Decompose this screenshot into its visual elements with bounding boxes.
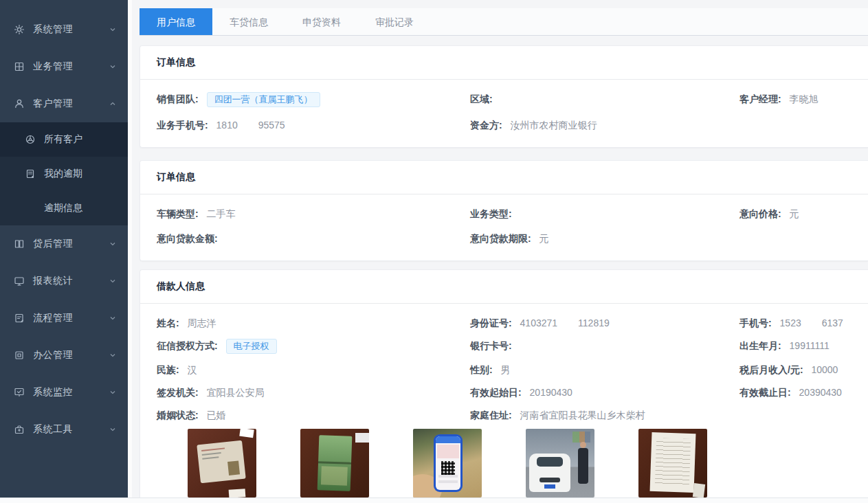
field-label: 意向贷款金额: <box>157 233 218 244</box>
chevron-down-icon <box>109 240 117 248</box>
field-label: 区域: <box>470 93 493 104</box>
field-credit-auth-method: 征信授权方式: 电子授权 <box>157 339 470 354</box>
thumbnail-village-certificate[interactable] <box>638 429 707 498</box>
thumbnail-id-card[interactable] <box>188 429 256 498</box>
field-value: 男 <box>501 364 511 375</box>
tab-loan-application-docs[interactable]: 申贷资料 <box>285 8 358 35</box>
field-label: 车辆类型: <box>157 208 199 219</box>
field-label: 签发机关: <box>157 387 199 398</box>
chevron-down-icon <box>109 425 117 434</box>
detail-tabbar: 用户信息 车贷信息 申贷资料 审批记录 <box>140 8 868 36</box>
field-label: 意向贷款期限: <box>470 233 531 244</box>
thumbnail-item: 驾驶证照片 <box>300 429 369 503</box>
field-funder: 资金方: 汝州市农村商业银行 <box>470 118 739 132</box>
field-intent-loan-amount: 意向贷款金额: <box>157 232 470 245</box>
field-label: 资金方: <box>470 120 502 131</box>
field-label: 有效起始日: <box>470 387 522 398</box>
thumbnail-driver-license[interactable] <box>300 429 369 498</box>
chevron-down-icon <box>109 277 117 285</box>
sidebar-item-business-mgmt[interactable]: 业务管理 <box>0 48 128 85</box>
sidebar-item-process-mgmt[interactable]: 流程管理 <box>0 300 128 337</box>
credit-auth-tag[interactable]: 电子授权 <box>226 339 277 354</box>
chevron-up-icon <box>109 100 117 108</box>
tab-approval-records[interactable]: 审批记录 <box>358 8 431 35</box>
sidebar-item-customer-mgmt[interactable]: 客户管理 <box>0 85 128 122</box>
main-content: 用户信息 车贷信息 申贷资料 审批记录 订单信息 销售团队: 四团一营（直属王鹏… <box>132 0 868 503</box>
sales-team-tag[interactable]: 四团一营（直属王鹏飞） <box>207 92 320 107</box>
sidebar-item-system-monitor[interactable]: 系统监控 <box>0 374 128 411</box>
field-value: 李晓旭 <box>790 93 819 104</box>
field-label: 性别: <box>470 364 493 375</box>
field-label: 身份证号: <box>470 317 512 328</box>
gear-icon <box>14 24 25 35</box>
card-title: 订单信息 <box>140 161 868 194</box>
sidebar-item-overdue-info[interactable]: 逾期信息 <box>0 191 128 225</box>
sidebar-item-postloan-mgmt[interactable]: 贷后管理 <box>0 225 128 262</box>
field-value: 已婚 <box>207 410 226 421</box>
field-label: 业务类型: <box>470 208 512 219</box>
chevron-down-icon <box>109 25 117 34</box>
sidebar-item-system-mgmt[interactable]: 系统管理 <box>0 11 128 48</box>
field-intent-loan-term: 意向贷款期限: 元 <box>470 232 739 245</box>
sidebar-item-office-mgmt[interactable]: 办公管理 <box>0 337 128 374</box>
field-ethnicity: 民族: 汉 <box>157 363 470 377</box>
field-id-number: 身份证号: 4103271112819 <box>470 316 739 330</box>
person-graphic <box>578 448 588 484</box>
customer-mgmt-submenu: 所有客户 我的逾期 逾期信息 <box>0 122 128 225</box>
field-sales-team: 销售团队: 四团一营（直属王鹏飞） <box>157 92 470 107</box>
sidebar-item-label: 办公管理 <box>33 349 73 361</box>
sidebar-item-label: 报表统计 <box>33 275 73 287</box>
chevron-down-icon <box>109 351 117 359</box>
field-account-manager: 客户经理: 李晓旭 <box>739 92 852 107</box>
thumbnail-credit-auth[interactable] <box>413 429 482 498</box>
sidebar-item-label: 我的逾期 <box>44 168 82 180</box>
horizontal-scrollbar[interactable] <box>0 498 868 503</box>
field-value: 元 <box>790 208 799 219</box>
tab-user-info[interactable]: 用户信息 <box>140 8 212 35</box>
field-birth-date: 出生年月: 19911111 <box>739 339 852 354</box>
field-intent-price: 意向价格: 元 <box>739 207 852 221</box>
thumbnail-person-car[interactable] <box>526 429 594 498</box>
field-label: 出生年月: <box>739 340 781 351</box>
thumbnail-item: 本人照 <box>188 429 256 503</box>
background-graphic <box>572 432 590 443</box>
field-label: 有效截止日: <box>739 387 791 398</box>
field-value: 周志洋 <box>188 317 216 328</box>
field-label: 姓名: <box>157 317 179 328</box>
paper-slip-graphic <box>693 483 705 498</box>
sidebar-item-label: 系统监控 <box>33 386 73 399</box>
sidebar-item-label: 客户管理 <box>33 98 73 110</box>
sidebar-item-my-overdue[interactable]: 我的逾期 <box>0 157 128 191</box>
field-mobile-phone: 手机号: 15236137 <box>739 316 852 330</box>
tab-car-loan-info[interactable]: 车贷信息 <box>212 8 285 35</box>
field-label: 手机号: <box>739 317 772 328</box>
sidebar-item-label: 所有客户 <box>44 133 82 146</box>
field-label: 民族: <box>157 364 179 375</box>
sidebar-item-report-stats[interactable]: 报表统计 <box>0 262 128 300</box>
sidebar-item-label: 系统工具 <box>33 423 73 436</box>
field-valid-to: 有效截止日: 20390430 <box>739 385 852 399</box>
field-home-address: 家庭住址: 河南省宜阳县花果山乡木柴村 <box>470 408 739 422</box>
thumbnail-item: 征信授权 <box>413 429 482 503</box>
paper-slip-graphic <box>355 433 369 443</box>
sidebar-scrollbar-gutter <box>128 0 132 503</box>
sidebar-item-system-tools[interactable]: 系统工具 <box>0 411 128 448</box>
paper-slip-graphic <box>229 489 246 498</box>
field-label: 征信授权方式: <box>157 340 218 351</box>
field-label: 银行卡号: <box>470 340 512 351</box>
person-graphic <box>580 442 586 448</box>
document-paper-graphic <box>650 432 696 493</box>
field-gender: 性别: 男 <box>470 363 739 377</box>
chevron-down-icon <box>109 63 117 71</box>
car-graphic <box>529 454 570 492</box>
field-label: 业务手机号: <box>157 120 208 131</box>
sidebar-item-label: 贷后管理 <box>33 238 73 250</box>
field-value: 20190430 <box>530 387 572 398</box>
field-valid-from: 有效起始日: 20190430 <box>470 385 739 399</box>
field-value: 10000 <box>811 364 838 375</box>
field-marital-status: 婚姻状态: 已婚 <box>157 408 470 422</box>
component-icon <box>25 134 36 145</box>
field-value: 汝州市农村商业银行 <box>511 120 597 131</box>
book-icon <box>14 238 25 249</box>
sidebar-item-all-customers[interactable]: 所有客户 <box>0 122 128 157</box>
